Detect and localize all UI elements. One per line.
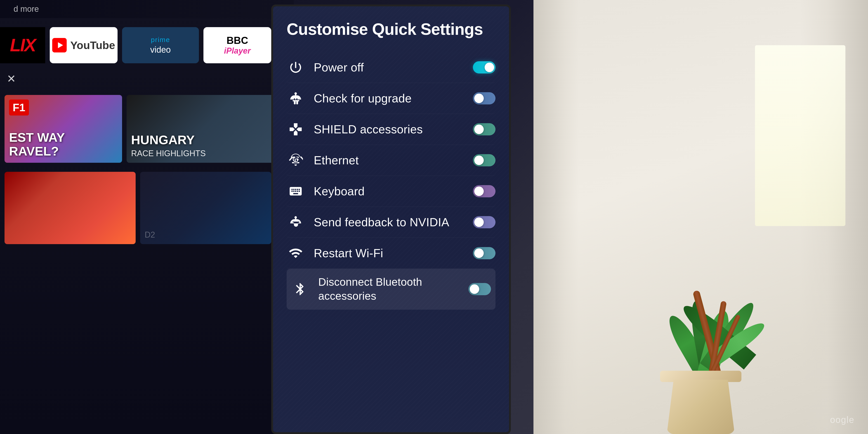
robot-icon	[287, 89, 305, 107]
shield-accessories-item[interactable]: SHIELD accessories	[287, 114, 495, 145]
check-upgrade-item[interactable]: Check for upgrade	[287, 83, 495, 114]
f1-title: EST WAYRAVEL?	[9, 130, 65, 158]
keyboard-toggle-knob	[474, 186, 484, 196]
restart-wifi-label: Restart Wi-Fi	[314, 246, 473, 260]
lenovo-thumbnail[interactable]: D2	[140, 172, 271, 244]
send-feedback-toggle[interactable]	[473, 216, 495, 228]
app-icon-row: ✕	[0, 72, 294, 85]
wifi-icon	[287, 244, 305, 262]
hungary-thumbnail[interactable]: HUNGARY RACE HIGHLIGHTS	[127, 95, 280, 163]
top-bar-text: d more	[13, 4, 39, 14]
ethernet-toggle[interactable]	[473, 154, 495, 166]
disconnect-bluetooth-item[interactable]: Disconnect Bluetoothaccessories	[287, 269, 495, 310]
tv-frame: Customise Quick Settings Power off	[271, 4, 511, 434]
bbc-tile[interactable]: BBC iPlayer	[204, 27, 271, 63]
ethernet-item[interactable]: Ethernet	[287, 145, 495, 176]
gaming-thumbnail[interactable]	[4, 172, 135, 244]
restart-wifi-toggle[interactable]	[473, 247, 495, 259]
f1-badge: F1	[9, 99, 29, 116]
thumb-row-2: D2	[0, 172, 294, 244]
netflix-logo-text: LIX	[10, 35, 35, 56]
power-off-item[interactable]: Power off	[287, 52, 495, 83]
ethernet-label: Ethernet	[314, 153, 473, 167]
robot-svg	[288, 91, 303, 105]
room-right: oogle	[533, 0, 868, 434]
prime-tile[interactable]: prime video	[122, 27, 199, 63]
d2-badge: D2	[145, 230, 155, 240]
curtain-left	[533, 0, 579, 434]
youtube-icon	[52, 38, 67, 53]
bluetooth-svg	[293, 282, 307, 296]
iplayer-label: iPlayer	[224, 46, 251, 56]
bug-svg	[288, 215, 303, 229]
keyboard-svg	[288, 184, 303, 198]
disconnect-bluetooth-toggle[interactable]	[468, 283, 491, 295]
keyboard-toggle[interactable]	[473, 185, 495, 197]
f1-text-overlay: EST WAYRAVEL?	[9, 130, 65, 158]
settings-list: Power off Check for upgrade	[287, 52, 495, 310]
wifi-svg	[288, 246, 303, 260]
bug-icon	[287, 213, 305, 231]
restart-wifi-item[interactable]: Restart Wi-Fi	[287, 238, 495, 269]
youtube-tile[interactable]: YouTube	[50, 27, 118, 63]
thumb-row-1: F1 EST WAYRAVEL? HUNGARY RACE HIGHLIGHTS	[0, 95, 294, 163]
power-off-toggle-knob	[485, 63, 494, 72]
hungary-title: HUNGARY	[131, 133, 206, 147]
keyboard-label: Keyboard	[314, 184, 473, 198]
close-icon[interactable]: ✕	[7, 72, 16, 85]
top-bar: d more	[0, 0, 294, 18]
power-off-label: Power off	[314, 61, 473, 74]
send-feedback-item[interactable]: Send feedback to NVIDIA	[287, 207, 495, 238]
check-upgrade-label: Check for upgrade	[314, 92, 473, 105]
disconnect-bluetooth-label: Disconnect Bluetoothaccessories	[318, 275, 468, 303]
youtube-label: YouTube	[70, 39, 115, 52]
ethernet-toggle-knob	[474, 156, 484, 165]
bluetooth-icon	[291, 280, 309, 298]
restart-wifi-toggle-knob	[474, 248, 484, 258]
send-feedback-toggle-knob	[474, 217, 484, 227]
plant	[599, 163, 802, 434]
check-upgrade-toggle[interactable]	[473, 92, 495, 104]
ethernet-svg	[288, 153, 303, 167]
power-svg	[288, 60, 303, 74]
keyboard-item[interactable]: Keyboard	[287, 176, 495, 207]
plant-pot	[667, 380, 735, 434]
check-upgrade-toggle-knob	[474, 94, 484, 103]
prime-label: prime	[151, 36, 170, 43]
gamepad-svg	[288, 122, 303, 136]
shield-accessories-label: SHIELD accessories	[314, 123, 473, 136]
hungary-subtitle: RACE HIGHLIGHTS	[131, 149, 206, 158]
keyboard-icon	[287, 182, 305, 200]
settings-panel: Customise Quick Settings Power off	[273, 6, 509, 432]
f1-thumbnail[interactable]: F1 EST WAYRAVEL?	[4, 95, 122, 163]
page-title: Customise Quick Settings	[287, 20, 495, 38]
disconnect-bluetooth-toggle-knob	[470, 284, 479, 294]
power-off-toggle[interactable]	[473, 61, 495, 73]
prime-video-label: video	[150, 45, 171, 55]
shield-accessories-toggle-knob	[474, 125, 484, 134]
bbc-label: BBC	[226, 35, 248, 46]
android-tv-home: d more LIX YouTube prime video BBC iPlay…	[0, 0, 294, 434]
gamepad-icon	[287, 120, 305, 138]
hungary-text-overlay: HUNGARY RACE HIGHLIGHTS	[131, 133, 206, 158]
google-watermark: oogle	[830, 415, 855, 425]
power-icon	[287, 58, 305, 76]
send-feedback-label: Send feedback to NVIDIA	[314, 215, 473, 229]
shield-accessories-toggle[interactable]	[473, 123, 495, 135]
ethernet-icon	[287, 151, 305, 169]
netflix-tile[interactable]: LIX	[0, 27, 45, 63]
